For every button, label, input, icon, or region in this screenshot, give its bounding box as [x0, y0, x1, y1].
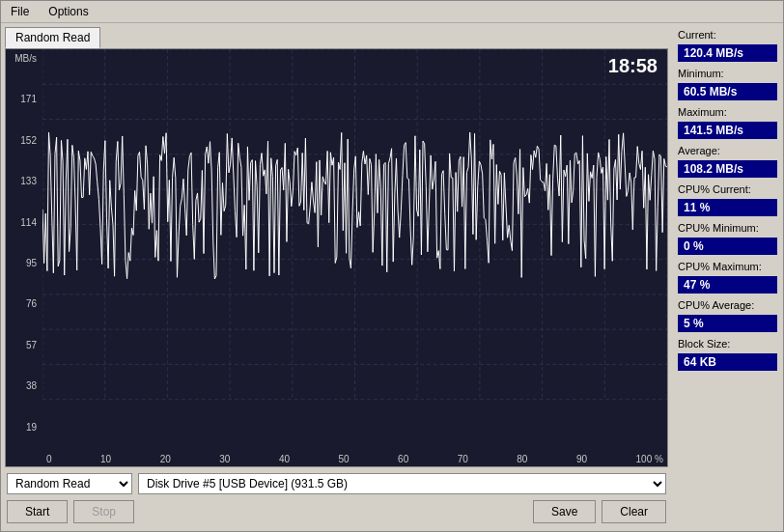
- cpu-current-label: CPU% Current:: [678, 183, 777, 195]
- left-panel: Random Read MB/s 171 152 133 114 95 76 5…: [1, 23, 672, 531]
- average-label: Average:: [678, 145, 777, 156]
- right-panel: Current: 120.4 MB/s Minimum: 60.5 MB/s M…: [672, 23, 783, 531]
- chart-svg: [42, 49, 667, 400]
- block-size-label: Block Size:: [678, 338, 777, 350]
- x-label-90: 90: [576, 454, 587, 464]
- block-size-value: 64 KB: [678, 353, 777, 371]
- x-label-100: 100 %: [636, 454, 663, 464]
- y-label-19: 19: [8, 422, 41, 433]
- x-label-60: 60: [398, 454, 408, 464]
- y-label-171: 171: [8, 94, 41, 104]
- y-label-114: 114: [8, 217, 41, 228]
- x-label-50: 50: [338, 454, 349, 464]
- x-axis: 0 10 20 30 40 50 60 70 80 90 100 %: [42, 454, 667, 464]
- menu-file[interactable]: File: [5, 3, 35, 20]
- x-label-10: 10: [100, 454, 111, 464]
- maximum-label: Maximum:: [678, 106, 777, 118]
- stop-button[interactable]: Stop: [73, 500, 134, 523]
- y-top-label: MB/s: [8, 53, 41, 64]
- clear-button[interactable]: Clear: [602, 500, 666, 523]
- cpu-current-value: 11 %: [678, 199, 777, 216]
- x-label-30: 30: [219, 454, 230, 464]
- chart-timestamp: 18:58: [608, 55, 658, 77]
- save-button[interactable]: Save: [533, 500, 596, 523]
- y-label-133: 133: [8, 176, 41, 186]
- main-area: Random Read MB/s 171 152 133 114 95 76 5…: [1, 23, 783, 531]
- controls-row: Random Read Sequential Read Random Write…: [5, 467, 668, 498]
- cpu-average-label: CPU% Average:: [678, 299, 777, 311]
- x-label-80: 80: [517, 454, 527, 464]
- average-value: 108.2 MB/s: [678, 160, 777, 178]
- mode-select[interactable]: Random Read Sequential Read Random Write…: [7, 473, 132, 494]
- y-label-95: 95: [8, 258, 41, 268]
- minimum-value: 60.5 MB/s: [678, 83, 777, 100]
- y-label-38: 38: [8, 380, 41, 391]
- tab-random-read[interactable]: Random Read: [5, 27, 100, 48]
- x-label-40: 40: [279, 454, 290, 464]
- chart-container: MB/s 171 152 133 114 95 76 57 38 19: [5, 48, 668, 467]
- y-label-152: 152: [8, 135, 41, 146]
- cpu-minimum-label: CPU% Minimum:: [678, 222, 777, 234]
- drive-select[interactable]: Disk Drive #5 [USB Device] (931.5 GB): [138, 473, 666, 494]
- menubar: File Options: [1, 1, 783, 23]
- menu-options[interactable]: Options: [42, 3, 94, 20]
- maximum-value: 141.5 MB/s: [678, 122, 777, 139]
- current-value: 120.4 MB/s: [678, 44, 777, 62]
- cpu-minimum-value: 0 %: [678, 238, 777, 255]
- cpu-average-value: 5 %: [678, 315, 777, 332]
- chart-inner: MB/s 171 152 133 114 95 76 57 38 19: [6, 49, 667, 466]
- start-button[interactable]: Start: [7, 500, 68, 523]
- x-label-20: 20: [160, 454, 171, 464]
- cpu-maximum-label: CPU% Maximum:: [678, 261, 777, 272]
- tab-bar: Random Read: [5, 27, 668, 48]
- x-label-0: 0: [46, 454, 52, 464]
- x-label-70: 70: [458, 454, 468, 464]
- y-label-57: 57: [8, 340, 41, 350]
- cpu-maximum-value: 47 %: [678, 276, 777, 294]
- y-label-76: 76: [8, 298, 41, 309]
- current-label: Current:: [678, 29, 777, 41]
- y-axis: MB/s 171 152 133 114 95 76 57 38 19: [6, 49, 42, 466]
- main-window: File Options Random Read MB/s 171 152 13…: [0, 0, 784, 532]
- minimum-label: Minimum:: [678, 68, 777, 79]
